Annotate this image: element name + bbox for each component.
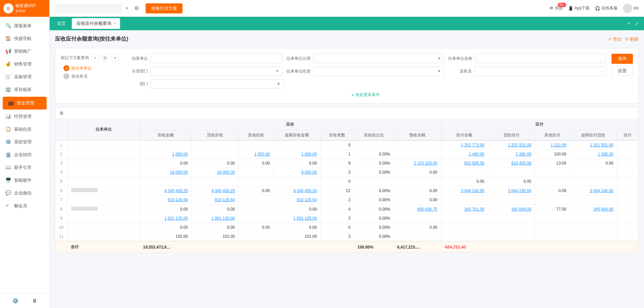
cell-ysbs[interactable]: 2 (320, 195, 354, 205)
cell-ysbs[interactable]: 0 (320, 223, 354, 232)
cell-ysje[interactable]: 0.00 (140, 159, 192, 168)
sidebar-item-quick[interactable]: 🏠 快捷导航 (0, 32, 49, 45)
cell-cqysje[interactable]: 4,345,436.20 (273, 186, 320, 195)
cell-dkys[interactable]: 18,000.00 (192, 168, 238, 177)
cell-ysye[interactable]: 0.00 (394, 168, 441, 177)
tab-close-icon[interactable]: × (113, 21, 115, 26)
cell-yskzb[interactable]: 0.00% (354, 186, 394, 195)
cell-ysje[interactable]: 810,126.64 (140, 195, 192, 205)
cell-yskzb[interactable]: 0.00% (354, 159, 394, 168)
sidebar-item-wechat[interactable]: 💬 企业微信 (0, 187, 49, 200)
cell-dkys[interactable]: 810,126.64 (192, 195, 238, 205)
cell-ysye[interactable]: 655,636.75 (394, 205, 441, 214)
export-button[interactable]: ↗ 导出 (608, 36, 622, 42)
cell-qtys[interactable]: 0.00 (238, 223, 273, 232)
sidebar-item-search[interactable]: 🔍 搜索菜单 (0, 19, 49, 32)
refresh-button[interactable]: ↺ 刷新 (625, 36, 639, 42)
sidebar-item-finance[interactable]: 💼 资金管理 (3, 97, 47, 109)
window-close-icon[interactable]: × (627, 20, 630, 27)
window-expand-icon[interactable]: ⤢ (634, 20, 639, 27)
promo-button[interactable]: 体验行业方案 (146, 3, 182, 13)
online-service-button[interactable]: 🎧 在线客服 (595, 5, 618, 11)
bumen-input[interactable]: ▼ (151, 79, 284, 89)
cell-cqysje[interactable]: 0.00 (273, 205, 320, 214)
cell-ysje[interactable]: 0.00 (140, 205, 192, 214)
cell-dkys[interactable]: 0.00 (192, 205, 238, 214)
gear-icon[interactable]: ⚙ (134, 5, 139, 11)
fenlei-input[interactable]: ▼ (313, 54, 444, 63)
cell-cqyfdk[interactable]: 1,390.00 (570, 150, 617, 159)
cell-ysbs[interactable]: 0 (320, 177, 354, 186)
cell-qtyf[interactable]: 1,222.00 (535, 140, 570, 150)
cell-dkys[interactable]: 4,345,436.20 (192, 186, 238, 195)
cell-yfje[interactable]: 3,044,240.00 (441, 186, 488, 195)
cell-ysbs[interactable]: 0 (320, 140, 354, 150)
cell-ysye[interactable]: 2,153,333.00 (394, 159, 441, 168)
cell-cqysje[interactable]: 1,001,135.00 (273, 214, 320, 223)
sidebar-item-basic[interactable]: 📋 基础信息 (0, 123, 49, 136)
sidebar-collapse-icon[interactable]: ⏸ (32, 298, 37, 304)
collapse-scheme-button[interactable]: « (111, 54, 119, 62)
cell-qtyf[interactable]: 77.00 (535, 205, 570, 214)
sidebar-item-sales[interactable]: 💰 销售管理 (0, 58, 49, 71)
cell-yskzb[interactable]: 0.00% (354, 150, 394, 159)
cell-dkyf[interactable]: 345,684.00 (488, 205, 535, 214)
tab-receivable-query[interactable]: 应收应付余额查询 × (72, 18, 120, 29)
edit-scheme-button[interactable]: ◎ (101, 54, 109, 62)
sidebar-settings-icon[interactable]: ⚙️ (12, 298, 19, 304)
cell-cqysje[interactable]: 101.00 (273, 232, 320, 241)
cell-ysbs[interactable]: 3 (320, 168, 354, 177)
cell-qtys[interactable]: 0.00 (238, 159, 273, 168)
cell-dkyf[interactable]: 1,251,551.00 (488, 140, 535, 150)
cell-ysbs[interactable]: 3 (320, 232, 354, 241)
collapse-more-button[interactable]: ∧ 收起更多条件 (351, 92, 380, 98)
cell-cqyfdk[interactable]: 345,684.00 (570, 205, 617, 214)
cell-ysje[interactable]: 1,001,135.00 (140, 214, 192, 223)
cell-ysye[interactable]: 0.00 (394, 195, 441, 205)
cell-dkyf[interactable]: 0.00 (488, 177, 535, 186)
sidebar-item-stock[interactable]: 🏢 库存核算 (0, 83, 49, 96)
cell-yskzb[interactable]: 0.00% (354, 168, 394, 177)
cell-yskzb[interactable]: 0.00% (354, 223, 394, 232)
cell-cqyfdk[interactable]: 1,251,551.00 (570, 140, 617, 150)
cell-ysye[interactable]: 0.00 (394, 186, 441, 195)
yewuyuan-input[interactable]: ··· (474, 67, 606, 76)
sidebar-item-marketing[interactable]: 📢 营销推广 (0, 45, 49, 58)
table-settings-icon[interactable]: ⚙ (59, 111, 64, 116)
cell-yfje[interactable]: 1,252,773.00 (441, 140, 488, 150)
cell-ysbs[interactable]: 9 (320, 159, 354, 168)
app-download-button[interactable]: 📱 App下载 (568, 5, 590, 11)
add-scheme-button[interactable]: ＋ (91, 54, 99, 62)
cell-ysbs[interactable]: 1 (320, 150, 354, 159)
cell-dkyf[interactable]: 915,495.56 (488, 159, 535, 168)
cell-dkyf[interactable]: 1,390.00 (488, 150, 535, 159)
cell-yfje[interactable]: 915,508.56 (441, 159, 488, 168)
cell-dkys[interactable]: 152.00 (192, 232, 238, 241)
cell-yfje[interactable]: 0.00 (441, 177, 488, 186)
cell-ysje[interactable]: 4,345,436.20 (140, 186, 192, 195)
sidebar-item-system[interactable]: ⚙️ 系统管理 (0, 136, 49, 148)
cell-ysbs[interactable]: 3 (320, 214, 354, 223)
cell-cqysje[interactable]: 1,000.00 (273, 150, 320, 159)
cell-dkys[interactable]: 0.00 (192, 223, 238, 232)
cell-yskzb[interactable]: 0.00% (354, 232, 394, 241)
cell-qtyf[interactable]: 0.00 (535, 186, 570, 195)
cell-cqysje[interactable]: 0.00 (273, 159, 320, 168)
cell-yfje[interactable]: 1,490.00 (441, 150, 488, 159)
message-button[interactable]: ✉ 消息 99+ (550, 5, 563, 11)
cell-ysbs[interactable]: 22 (320, 186, 354, 195)
filter-group-partner[interactable]: ⊙ 按往来单位 (63, 65, 119, 71)
tab-home[interactable]: 首页 (52, 18, 70, 29)
cell-ysje[interactable]: 1,000.00 (140, 150, 192, 159)
sidebar-item-guide[interactable]: 📖 新手引导 (0, 161, 49, 174)
jiesuan-input[interactable]: ··· (151, 54, 282, 63)
sidebar-item-operation[interactable]: 📊 经营管理 (0, 110, 49, 123)
cell-ysje[interactable]: 0.00 (140, 223, 192, 232)
cell-qtyf[interactable]: 13.00 (535, 159, 570, 168)
cell-yskzb[interactable]: 0.00% (354, 195, 394, 205)
sidebar-item-purchase[interactable]: 🛒 采购管理 (0, 71, 49, 83)
cell-ysbs[interactable]: 4 (320, 205, 354, 214)
cell-yskzb[interactable]: 0.00% (354, 214, 394, 223)
cell-cqysje[interactable]: 810,126.64 (273, 195, 320, 205)
cell-cqysje[interactable]: 0.00 (273, 223, 320, 232)
